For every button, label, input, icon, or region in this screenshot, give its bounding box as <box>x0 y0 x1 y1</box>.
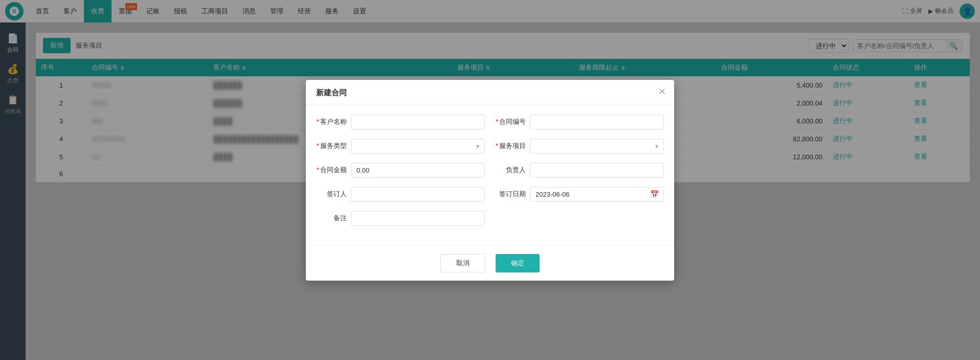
form-group-sign-date: 签订日期 📅 <box>495 187 664 202</box>
contract-no-input[interactable] <box>530 115 664 130</box>
signer-input[interactable] <box>351 187 485 202</box>
modal-body: *客户名称 *合同编号 *服务类型 <box>306 104 674 245</box>
client-name-label: *客户名称 <box>316 117 347 126</box>
modal-footer: 取消 确定 <box>306 245 674 281</box>
notes-input[interactable] <box>351 211 485 226</box>
notes-label: 备注 <box>316 214 347 223</box>
form-row-4: 签订人 签订日期 📅 <box>316 187 664 202</box>
modal-overlay[interactable]: 新建合同 ✕ *客户名称 *合同编号 <box>0 0 980 360</box>
responsible-person-label: 负责人 <box>495 165 526 175</box>
form-group-service-item: *服务项目 <box>495 139 664 154</box>
form-group-signer: 签订人 <box>316 187 485 202</box>
service-type-label: *服务类型 <box>316 141 347 151</box>
signer-label: 签订人 <box>316 189 347 199</box>
form-row-1: *客户名称 *合同编号 <box>316 115 664 130</box>
modal-header: 新建合同 ✕ <box>306 80 674 104</box>
form-group-contract-no: *合同编号 <box>495 115 664 130</box>
contract-amount-label: *合同金额 <box>316 165 347 175</box>
form-row-2: *服务类型 *服务项目 <box>316 139 664 154</box>
service-item-label: *服务项目 <box>495 141 526 151</box>
modal-title: 新建合同 <box>316 88 347 97</box>
modal: 新建合同 ✕ *客户名称 *合同编号 <box>306 80 674 281</box>
service-item-select[interactable] <box>530 139 664 154</box>
form-group-amount: *合同金额 <box>316 163 485 178</box>
service-type-select-wrap <box>351 139 485 154</box>
client-name-input[interactable] <box>351 115 485 130</box>
cancel-button[interactable]: 取消 <box>440 254 485 272</box>
empty-placeholder <box>495 211 664 226</box>
sign-date-input[interactable] <box>530 187 664 202</box>
contract-no-label: *合同编号 <box>495 117 526 126</box>
form-row-3: *合同金额 负责人 <box>316 163 664 178</box>
confirm-button[interactable]: 确定 <box>496 254 540 272</box>
service-type-select[interactable] <box>351 139 485 154</box>
modal-close-button[interactable]: ✕ <box>658 87 666 96</box>
sign-date-wrap: 📅 <box>530 187 664 202</box>
form-group-client: *客户名称 <box>316 115 485 130</box>
form-row-5: 备注 <box>316 211 664 226</box>
form-group-service-type: *服务类型 <box>316 139 485 154</box>
form-group-notes: 备注 <box>316 211 485 226</box>
form-group-responsible: 负责人 <box>495 163 664 178</box>
sign-date-label: 签订日期 <box>495 189 526 199</box>
responsible-person-input[interactable] <box>530 163 664 178</box>
contract-amount-input[interactable] <box>351 163 485 178</box>
calendar-icon[interactable]: 📅 <box>650 190 659 198</box>
service-item-select-wrap <box>530 139 664 154</box>
